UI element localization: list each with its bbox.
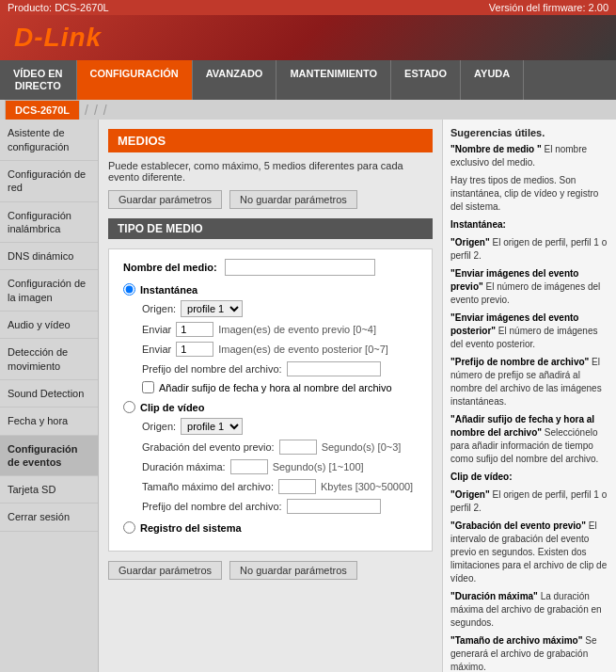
header: D-Link — [0, 15, 616, 60]
subsection-title: TIPO DE MEDIO — [108, 218, 433, 239]
help-sufijo: "Añadir sufijo de fecha y hora al nombre… — [450, 413, 608, 466]
sidebar-item-sound[interactable]: Sound Detection — [0, 380, 98, 408]
help-title: Sugerencias útiles. — [450, 127, 608, 138]
product-label: Producto: DCS-2670L — [8, 2, 109, 13]
tamano-desc: Kbytes [300~50000] — [321, 481, 413, 492]
radio-clip-section: Clip de vídeo Origen: profile 1 profile … — [123, 401, 418, 514]
tab-ayuda[interactable]: AYUDA — [461, 60, 524, 100]
prefijo2-row: Prefijo del nombre del archivo: — [142, 499, 418, 514]
tab-video[interactable]: VÍDEO ENDIRECTO — [0, 60, 77, 100]
sidebar-item-red[interactable]: Configuración de red — [0, 161, 98, 202]
radio-instantanea-section: Instantánea Origen: profile 1 profile 2 … — [123, 283, 418, 393]
enviar2-label: Enviar — [142, 344, 171, 355]
duracion-label: Duración máxima: — [142, 461, 226, 472]
radio-registro-label: Registro del sistema — [140, 522, 242, 534]
sidebar-item-inalambrica[interactable]: Configuración inalámbrica — [0, 202, 98, 244]
radio-clip-row: Clip de vídeo — [123, 401, 418, 413]
no-save-params-btn-bottom[interactable]: No guardar parámetros — [229, 561, 357, 580]
duracion-row: Duración máxima: Segundo(s) [1~100] — [142, 459, 418, 474]
sidebar-item-imagen[interactable]: Configuración de la imagen — [0, 270, 98, 312]
sidebar-item-asistente[interactable]: Asistente de configuración — [0, 120, 98, 161]
sidebar-item-dns[interactable]: DNS dinámico — [0, 243, 98, 270]
bottom-btn-row: Guardar parámetros No guardar parámetros — [108, 561, 433, 580]
section-title: MEDIOS — [108, 129, 433, 152]
origen1-select[interactable]: profile 1 profile 2 — [181, 300, 243, 317]
help-clip-title: Clip de vídeo: — [450, 471, 608, 484]
help-grabacion: "Grabación del evento previo" El interva… — [450, 520, 608, 585]
grabacion-label: Grabación del evento previo: — [142, 441, 275, 453]
sidebar-item-audio[interactable]: Audio y vídeo — [0, 312, 98, 339]
enviar2-input[interactable] — [176, 342, 213, 357]
help-enviar-posterior: "Enviar imágenes del evento posterior" E… — [450, 312, 608, 351]
no-save-params-btn-top[interactable]: No guardar parámetros — [229, 190, 357, 209]
tab-mantenimiento[interactable]: MANTENIMIENTO — [276, 60, 391, 100]
tamano-input[interactable] — [278, 479, 316, 494]
enviar1-input[interactable] — [176, 322, 213, 337]
nav-tabs: VÍDEO ENDIRECTO CONFIGURACIÓN AVANZADO M… — [0, 60, 616, 100]
help-nombre-term: "Nombre de medio " El nombre exclusivo d… — [450, 143, 608, 169]
radio-registro-section: Registro del sistema — [123, 521, 418, 534]
sidebar-item-deteccion[interactable]: Detección de movimiento — [0, 339, 98, 380]
radio-instantanea-label: Instantánea — [140, 284, 197, 296]
model-tab[interactable]: DCS-2670L — [5, 100, 80, 120]
origen1-row: Origen: profile 1 profile 2 — [142, 300, 418, 317]
enviar1-desc: Imagen(es) de evento previo [0~4] — [218, 324, 376, 335]
slash-icon3: / — [101, 103, 110, 118]
help-enviar-previo: "Enviar imágenes del evento previo" El n… — [450, 267, 608, 307]
radio-clip-label: Clip de vídeo — [140, 402, 204, 413]
help-panel: Sugerencias útiles. "Nombre de medio " E… — [442, 120, 616, 672]
radio-clip[interactable] — [123, 401, 135, 413]
origen2-select[interactable]: profile 1 profile 2 — [181, 418, 243, 435]
logo-d: D — [14, 23, 34, 52]
duracion-desc: Segundo(s) [1~100] — [273, 461, 364, 472]
media-name-input[interactable] — [225, 259, 375, 276]
sidebar-item-fecha[interactable]: Fecha y hora — [0, 408, 98, 435]
sufijo-checkbox[interactable] — [142, 381, 154, 393]
sufijo-label: Añadir sufijo de fecha y hora al nombre … — [159, 382, 392, 393]
origen2-label: Origen: — [142, 421, 176, 432]
help-instantanea-title: Instantánea: — [450, 218, 608, 232]
enviar1-label: Enviar — [142, 324, 171, 335]
help-prefijo: "Prefijo de nombre de archivo" El número… — [450, 356, 608, 408]
firmware-label: Versión del firmware: 2.00 — [489, 2, 608, 13]
help-duracion: "Duración máxima" La duración máxima del… — [450, 590, 608, 630]
content-description: Puede establecer, como máximo, 5 medios … — [108, 160, 433, 183]
grabacion-desc: Segundo(s) [0~3] — [322, 441, 402, 453]
prefijo1-row: Prefijo del nombre del archivo: — [142, 361, 418, 376]
prefijo2-input[interactable] — [287, 499, 381, 514]
radio-registro[interactable] — [123, 521, 135, 534]
top-btn-row: Guardar parámetros No guardar parámetros — [108, 190, 433, 209]
grabacion-input[interactable] — [279, 440, 317, 455]
sidebar-item-eventos[interactable]: Configuración de eventos — [0, 436, 98, 477]
prefijo2-label: Prefijo del nombre del archivo: — [142, 501, 282, 512]
tab-configuracion[interactable]: CONFIGURACIÓN — [77, 60, 193, 100]
dlink-logo: D-Link — [14, 23, 102, 53]
save-params-btn-top[interactable]: Guardar parámetros — [108, 190, 222, 209]
media-name-label: Nombre del medio: — [123, 262, 217, 273]
tamano-row: Tamaño máximo del archivo: Kbytes [300~5… — [142, 479, 418, 494]
tab-avanzado[interactable]: AVANZADO — [193, 60, 277, 100]
enviar2-row: Enviar Imagen(es) de evento posterior [0… — [142, 342, 418, 357]
prefijo1-label: Prefijo del nombre del archivo: — [142, 363, 282, 375]
sidebar-item-sd[interactable]: Tarjeta SD — [0, 476, 98, 504]
sidebar-item-cerrar[interactable]: Cerrar sesión — [0, 504, 98, 531]
media-name-row: Nombre del medio: — [123, 259, 418, 276]
save-params-btn-bottom[interactable]: Guardar parámetros — [108, 561, 222, 580]
tamano-label: Tamaño máximo del archivo: — [142, 481, 274, 492]
logo-link: -Link — [34, 23, 102, 52]
help-tipos: Hay tres tipos de medios. Son instantáne… — [450, 174, 608, 214]
tab-estado[interactable]: ESTADO — [391, 60, 461, 100]
origen2-row: Origen: profile 1 profile 2 — [142, 418, 418, 435]
enviar2-desc: Imagen(es) de evento posterior [0~7] — [218, 344, 388, 355]
radio-registro-row: Registro del sistema — [123, 521, 418, 534]
prefijo1-input[interactable] — [287, 361, 381, 376]
top-bar: Producto: DCS-2670L Versión del firmware… — [0, 0, 616, 15]
help-origen-clip: "Origen" El origen de perfil, perfil 1 o… — [450, 488, 608, 515]
content-area: MEDIOS Puede establecer, como máximo, 5 … — [99, 120, 442, 672]
help-tamano: "Tamaño de archivo máximo" Se generará e… — [450, 634, 608, 672]
grabacion-row: Grabación del evento previo: Segundo(s) … — [142, 440, 418, 455]
radio-instantanea[interactable] — [123, 283, 135, 296]
sidebar: Asistente de configuración Configuración… — [0, 120, 99, 672]
enviar1-row: Enviar Imagen(es) de evento previo [0~4] — [142, 322, 418, 337]
duracion-input[interactable] — [230, 459, 268, 474]
